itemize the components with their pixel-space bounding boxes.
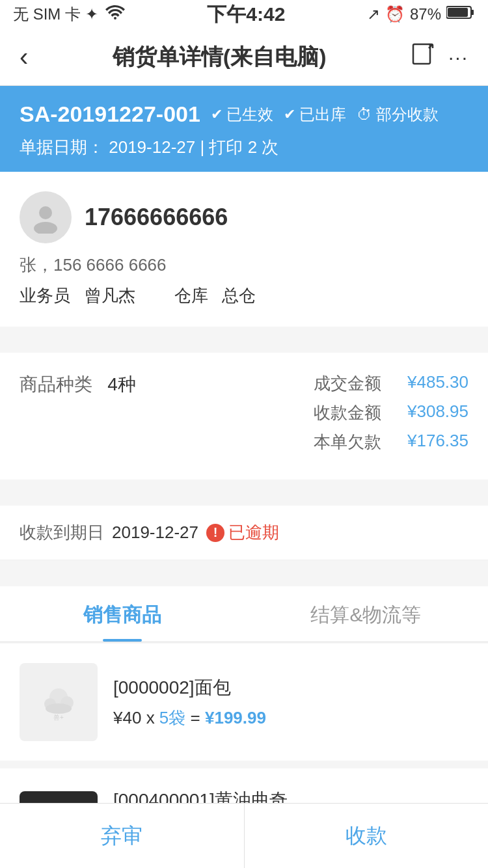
svg-rect-2	[448, 8, 468, 17]
reject-button[interactable]: 弃审	[0, 804, 245, 868]
svg-text:兽+: 兽+	[53, 714, 64, 721]
wifi-icon	[105, 5, 126, 23]
debt-label: 本单欠款	[314, 431, 381, 454]
bottom-bar: 弃审 收款	[0, 803, 488, 868]
warehouse-info: 仓库 总仓	[174, 284, 256, 307]
status-bar-left: 无 SIM 卡 ✦	[13, 4, 126, 25]
status-bar: 无 SIM 卡 ✦ 下午4:42 ↗ ⏰ 87%	[0, 0, 488, 29]
battery-level: 87%	[410, 5, 441, 23]
product-price-1: ¥40 x 5袋 = ¥199.99	[113, 707, 468, 729]
status-bar-right: ↗ ⏰ 87%	[367, 5, 475, 23]
status-activated-label: 已生效	[226, 104, 273, 125]
warehouse-label: 仓库	[174, 286, 208, 305]
customer-meta: 业务员 曾凡杰 仓库 总仓	[20, 284, 468, 307]
status-partial: ⏱ 部分收款	[357, 104, 439, 125]
divider-2	[0, 480, 488, 493]
received-label: 收款金额	[314, 401, 381, 424]
order-date: 2019-12-27	[109, 137, 195, 157]
order-id-row: SA-20191227-001 ✔ 已生效 ✔ 已出库 ⏱ 部分收款	[20, 102, 468, 127]
due-date-value: 2019-12-27	[112, 522, 198, 543]
category-label: 商品种类	[20, 374, 92, 394]
unit-price-1: ¥40	[113, 708, 141, 727]
order-date-row: 单据日期： 2019-12-27 | 打印 2 次	[20, 136, 468, 159]
deal-value: ¥485.30	[407, 372, 468, 395]
check-icon-1: ✔	[211, 106, 223, 123]
debt-value: ¥176.35	[407, 431, 468, 454]
nav-bar: ‹ 销货单详情(来自电脑) ···	[0, 29, 488, 86]
sales-label: 业务员	[20, 286, 70, 305]
battery-icon	[446, 5, 475, 23]
divider-1	[0, 327, 488, 340]
location-icon: ↗	[367, 5, 380, 23]
order-id: SA-20191227-001	[20, 102, 200, 127]
avatar	[20, 191, 72, 243]
more-icon[interactable]: ···	[448, 46, 468, 68]
sales-person: 曾凡杰	[85, 286, 135, 305]
customer-phone: 17666666666	[85, 204, 228, 231]
svg-point-4	[39, 206, 52, 219]
svg-rect-3	[413, 44, 430, 64]
due-section: 收款到期日 2019-12-27 ! 已逾期	[0, 506, 488, 560]
deal-amount-row: 成交金额 ¥485.30	[314, 372, 468, 395]
stats-section: 商品种类 4种 成交金额 ¥485.30 收款金额 ¥308.95 本单欠款 ¥…	[0, 353, 488, 480]
qty-1: 5袋	[159, 708, 185, 727]
stats-category: 商品种类 4种	[20, 372, 136, 397]
customer-section: 17666666666 张，156 6666 6666 业务员 曾凡杰 仓库 总…	[0, 172, 488, 327]
status-activated: ✔ 已生效	[211, 104, 273, 125]
status-bar-time: 下午4:42	[207, 1, 285, 28]
warehouse-name: 总仓	[222, 286, 256, 305]
svg-point-5	[34, 222, 57, 234]
nav-actions: ···	[411, 42, 468, 72]
status-shipped-label: 已出库	[299, 104, 346, 125]
overdue-badge: ! 已逾期	[206, 521, 279, 544]
product-item: 兽+ [0000002]面包 ¥40 x 5袋 = ¥199.99	[0, 644, 488, 761]
sales-info: 业务员 曾凡杰	[20, 284, 135, 307]
received-amount-row: 收款金额 ¥308.95	[314, 401, 468, 424]
tab-settlement[interactable]: 结算&物流等	[244, 586, 488, 642]
product-info-1: [0000002]面包 ¥40 x 5袋 = ¥199.99	[113, 675, 468, 729]
deal-label: 成交金额	[314, 372, 381, 395]
back-button[interactable]: ‹	[20, 42, 28, 72]
customer-name-phone: 张，156 6666 6666	[20, 254, 468, 277]
svg-rect-1	[471, 10, 474, 15]
tabs-section: 销售商品 结算&物流等	[0, 586, 488, 642]
tab-sales-products[interactable]: 销售商品	[0, 586, 244, 642]
collect-button[interactable]: 收款	[245, 804, 489, 868]
sim-indicator: 无 SIM 卡 ✦	[13, 4, 98, 25]
product-name-1: [0000002]面包	[113, 675, 468, 700]
order-header: SA-20191227-001 ✔ 已生效 ✔ 已出库 ⏱ 部分收款 单据日期：…	[0, 86, 488, 172]
share-icon[interactable]	[411, 42, 435, 72]
page-title: 销货单详情(来自电脑)	[113, 42, 327, 72]
divider-prod	[0, 761, 488, 767]
overdue-icon: !	[206, 524, 224, 542]
received-value: ¥308.95	[407, 401, 468, 424]
category-count: 4种	[107, 374, 136, 394]
customer-row: 17666666666	[20, 191, 468, 243]
total-1: ¥199.99	[205, 708, 266, 727]
divider-3	[0, 560, 488, 573]
overdue-label: 已逾期	[228, 521, 279, 544]
status-partial-label: 部分收款	[376, 104, 439, 125]
check-icon-2: ✔	[284, 106, 295, 123]
status-shipped: ✔ 已出库	[284, 104, 346, 125]
print-info: | 打印 2 次	[200, 137, 278, 157]
date-label: 单据日期：	[20, 137, 104, 157]
stats-amounts: 成交金额 ¥485.30 收款金额 ¥308.95 本单欠款 ¥176.35	[314, 372, 468, 460]
svg-point-9	[46, 703, 72, 714]
product-thumbnail-1: 兽+	[20, 663, 98, 741]
alarm-icon: ⏰	[385, 5, 405, 23]
clock-icon: ⏱	[357, 105, 372, 124]
due-label: 收款到期日	[20, 521, 104, 544]
debt-amount-row: 本单欠款 ¥176.35	[314, 431, 468, 454]
